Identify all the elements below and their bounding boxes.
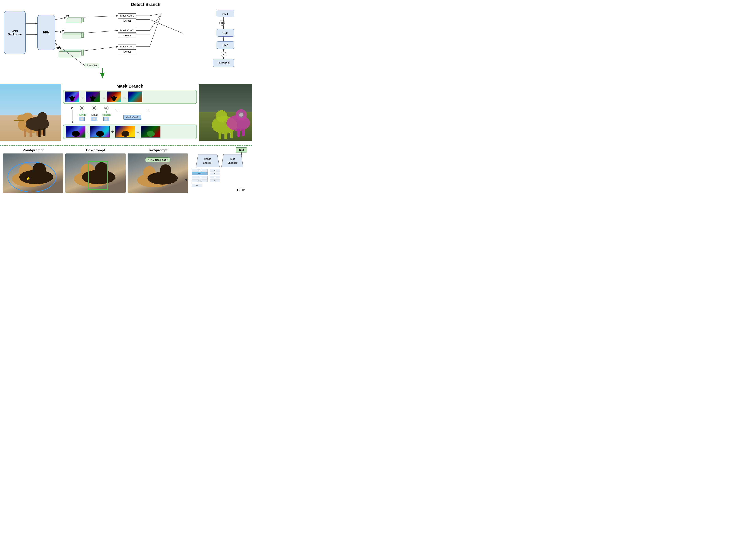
detect-branch-section: Detect Branch CNNBackbone FPN P5 P4 P3 [0,0,252,83]
fpn-label: FPN [43,31,49,34]
p3-layer: P3 [58,46,84,58]
coeff-dots2: … [145,107,151,111]
mask-coeff-p4: Mask Coeff. [118,28,136,33]
grid-i1: I₁ [210,169,220,172]
formula-thumb-3 [115,126,135,138]
threshold-label: Threshold [217,61,230,65]
svg-line-4 [55,39,58,49]
svg-line-15 [150,14,161,16]
nms-box: NMS [217,10,234,17]
dog-illustration-left [8,101,53,137]
svg-text:Encoder: Encoder [228,162,237,164]
dots-3: … [122,95,127,99]
formula-row: - + = [63,125,197,139]
box-prompt-block: Box-prompt [65,148,126,193]
coeff-box-1: ⬜ [79,117,85,121]
point-prompt-svg: ★ [3,154,63,193]
i-grid: I₁ I₂ … Iₙ [210,169,220,183]
mask-branch-title: Mask Branch [63,84,197,89]
coeff-val-2: -0.0342 [90,114,98,117]
clip-outputs: I₁·T₁ I₂·T₂ … Iₙ·T₁ I₁ I₂ … Iₙ [190,169,249,183]
mask-diagram: Mask Branch ... … … +1 -1 [61,84,199,139]
coeff-item-2: ⊗ -0.0342 ⬜ [90,106,98,121]
cnn-label: CNNBackbone [8,29,22,36]
svg-point-42 [216,110,227,122]
text-prompt-title: Text-prompt [148,148,168,152]
svg-rect-45 [230,130,233,138]
svg-marker-70 [221,154,243,167]
detect-p4: Detect [118,33,136,38]
grid-i-dots: … [210,176,220,179]
coeff-section: +1 -1 ⊗ +0.0137 ⬜ ⊗ -0.0342 ⬜ ⊗ +0.6846 [63,106,197,123]
image-encoder: Image Encoder [196,154,220,167]
t1-section: T₁ [190,184,249,187]
proto-thumb-1 [65,92,79,102]
dots-1: ... [80,95,85,99]
formula-thumb-4 [141,126,160,138]
p4-layer: P4 [62,29,84,39]
grid-i2t2: I₂·T₂ [192,172,208,175]
svg-point-56 [32,163,46,176]
otimes-1: ⊗ [80,106,84,110]
p4-outputs: Mask Coeff. Detect [118,28,136,38]
svg-point-61 [95,162,108,175]
svg-line-5 [84,16,118,17]
protonet-label: ProtoNet [87,64,97,67]
grid-i2: I₂ [210,172,220,175]
svg-line-6 [84,31,118,33]
fpn-box: FPN [37,15,55,50]
otimes-3: ⊗ [104,106,108,110]
svg-rect-44 [224,131,227,139]
p3-outputs: Mask Coeff. Detect [118,44,136,54]
dog-photo-right [199,84,252,141]
proto-thumb-3 [107,92,121,102]
svg-marker-67 [196,154,220,167]
threshold-box: Threshold [213,59,234,67]
coeff-dots: ... [115,107,120,111]
svg-rect-28 [30,129,32,137]
svg-rect-36 [43,129,45,136]
svg-rect-43 [219,131,221,139]
proto-thumb-4 [128,92,142,102]
otimes-symbol: ⊗ [219,20,225,26]
box-prompt-image [65,154,126,193]
svg-point-39 [121,131,129,137]
grid-intn: Iₙ·T₁ [192,179,208,183]
point-prompt-title: Point-prompt [23,148,44,152]
it-grid: I₁·T₁ I₂·T₂ … Iₙ·T₁ [192,169,208,183]
formula-thumb-1 [66,126,85,138]
plus-op: + [111,129,114,134]
point-prompt-block: Point-prompt ★ [3,148,63,193]
encoder-row: Image Encoder Text Encoder [190,154,249,167]
dots-2: … [101,95,106,99]
clip-label: CLIP [190,188,249,192]
text-prompt-svg [128,154,188,193]
svg-point-40 [147,131,155,137]
coeff-item-1: ⊗ +0.0137 ⬜ [78,106,86,121]
pred-box: Pred [217,41,234,49]
text-prompt-image: "The black dog" [128,154,188,193]
svg-rect-49 [242,129,245,136]
svg-text:Text: Text [230,158,235,160]
crop-box: Crop [217,29,234,37]
point-prompt-image: ★ [3,154,63,193]
protonet-box: ProtoNet [85,63,99,68]
formula-thumb-2 [90,126,110,138]
otimes-2: ⊗ [92,106,96,110]
svg-rect-27 [24,129,26,137]
svg-text:★: ★ [26,175,31,182]
coeff-item-3: ⊗ +0.6846 ⬜ [102,106,111,121]
coeff-box-2: ⬜ [91,117,97,121]
dot-symbol: · [221,52,226,57]
coeff-val-1: +0.0137 [78,114,86,117]
box-prompt-title: Box-prompt [86,148,105,152]
p3-label: P3 [58,46,84,49]
mask-coeff-p5: Mask Coeff. [118,13,136,18]
svg-rect-35 [38,129,41,137]
dashed-divider [0,145,252,146]
p5-label: P5 [66,14,84,17]
svg-rect-32 [14,120,24,121]
mask-coeff-p3: Mask Coeff. [118,44,136,49]
t1-box: T₁ [192,184,202,187]
svg-point-37 [72,131,80,137]
